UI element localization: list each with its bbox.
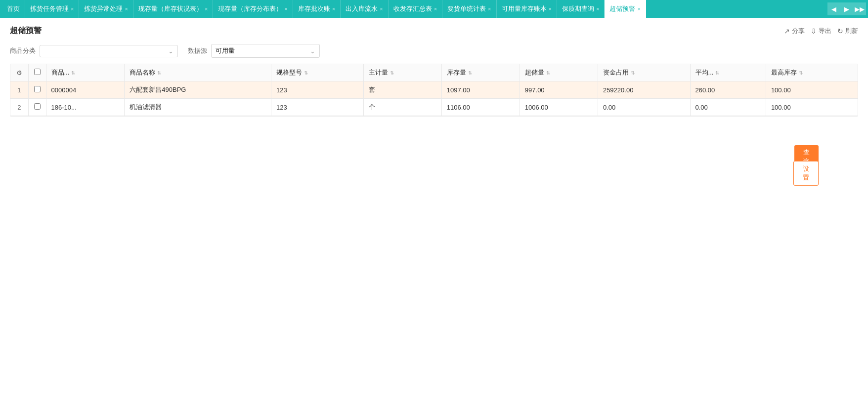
close-icon[interactable]: × <box>637 6 640 12</box>
nav-tab-available[interactable]: 可用量库存账本 × <box>497 0 557 18</box>
nav-more-button[interactable]: ▶▶ <box>853 2 866 15</box>
page-content: 超储预警 ↗ 分享 ⇩ 导出 ↻ 刷新 商品分类 ⌄ 数据源 <box>0 18 868 395</box>
nav-tab-summary[interactable]: 收发存汇总表 × <box>389 0 442 18</box>
nav-tab-expiry[interactable]: 保质期查询 × <box>557 0 605 18</box>
nav-tab-batch[interactable]: 库存批次账 × <box>293 0 341 18</box>
export-button[interactable]: ⇩ 导出 <box>811 27 831 36</box>
nav-tab-stock-status[interactable]: 现存量（库存状况表） × <box>133 0 213 18</box>
nav-tab-stock-dist[interactable]: 现存量（库存分布表） × <box>213 0 293 18</box>
product-code-cell: 186-10... <box>46 99 125 116</box>
capital-cell: 0.00 <box>598 99 690 116</box>
chevron-down-icon: ⌄ <box>168 47 174 55</box>
row-num-cell: 1 <box>10 81 28 99</box>
row-checkbox-cell <box>28 99 46 116</box>
set-button[interactable]: 设置 <box>793 161 819 186</box>
close-icon[interactable]: × <box>284 6 287 12</box>
th-product-code[interactable]: 商品... ⇅ <box>46 64 125 81</box>
th-max-stock[interactable]: 最高库存 ⇅ <box>766 64 858 81</box>
nav-prev-button[interactable]: ◀ <box>827 2 840 15</box>
close-icon[interactable]: × <box>125 6 128 12</box>
gear-icon[interactable]: ⚙ <box>16 69 22 77</box>
datasource-select[interactable]: 可用量 ⌄ <box>211 44 320 58</box>
category-select[interactable]: ⌄ <box>40 45 178 57</box>
refresh-icon: ↻ <box>837 27 843 35</box>
row-checkbox[interactable] <box>34 86 41 92</box>
avg-cell: 260.00 <box>690 81 766 99</box>
export-icon: ⇩ <box>811 27 817 35</box>
sort-icon: ⇅ <box>390 70 394 76</box>
sort-icon: ⇅ <box>157 70 161 76</box>
stock-cell: 1097.00 <box>441 81 520 99</box>
nav-tab-exception[interactable]: 拣货异常处理 × <box>79 0 133 18</box>
filter-row: 商品分类 ⌄ 数据源 可用量 ⌄ <box>10 44 858 58</box>
sort-icon: ⇅ <box>71 70 75 76</box>
th-avg[interactable]: 平均... ⇅ <box>690 64 766 81</box>
spec-cell: 123 <box>271 81 364 99</box>
row-checkbox[interactable] <box>34 103 41 110</box>
close-icon[interactable]: × <box>549 6 552 12</box>
product-name-cell: 六配套新昌490BPG <box>125 81 271 99</box>
product-code-cell: 0000004 <box>46 81 125 99</box>
table-row: 1 0000004 六配套新昌490BPG 123 套 1097.00 997.… <box>10 81 858 99</box>
over-stock-cell: 997.00 <box>520 81 598 99</box>
share-button[interactable]: ↗ 分享 <box>784 27 805 36</box>
close-icon[interactable]: × <box>205 6 208 12</box>
select-all-checkbox[interactable] <box>34 69 41 75</box>
capital-cell: 259220.00 <box>598 81 690 99</box>
th-product-name[interactable]: 商品名称 ⇅ <box>125 64 271 81</box>
header-actions: ↗ 分享 ⇩ 导出 ↻ 刷新 <box>784 27 858 36</box>
page-header: 超储预警 ↗ 分享 ⇩ 导出 ↻ 刷新 <box>10 26 858 36</box>
table-row: 2 186-10... 机油滤清器 123 个 1106.00 1006.00 … <box>10 99 858 116</box>
row-checkbox-cell <box>28 81 46 99</box>
sort-icon: ⇅ <box>631 70 635 76</box>
th-over-stock[interactable]: 超储量 ⇅ <box>520 64 598 81</box>
page-title: 超储预警 <box>10 26 42 36</box>
table-header-row: ⚙ 商品... ⇅ 商品名称 ⇅ <box>10 64 858 81</box>
th-capital[interactable]: 资金占用 ⇅ <box>598 64 690 81</box>
nav-tab-home[interactable]: 首页 <box>2 0 25 18</box>
unit-cell: 个 <box>363 99 441 116</box>
settings-column-header: ⚙ <box>10 64 28 81</box>
sort-icon: ⇅ <box>799 70 803 76</box>
avg-cell: 0.00 <box>690 99 766 116</box>
category-filter: 商品分类 ⌄ <box>10 45 178 57</box>
close-icon[interactable]: × <box>332 6 335 12</box>
share-icon: ↗ <box>784 27 790 35</box>
max-stock-cell: 100.00 <box>766 99 858 116</box>
chevron-down-icon: ⌄ <box>310 47 315 55</box>
unit-cell: 套 <box>363 81 441 99</box>
sort-icon: ⇅ <box>468 70 472 76</box>
close-icon[interactable]: × <box>71 6 74 12</box>
datasource-value: 可用量 <box>216 46 235 55</box>
th-unit[interactable]: 主计量 ⇅ <box>363 64 441 81</box>
nav-next-button[interactable]: ▶ <box>840 2 853 15</box>
checkbox-column-header <box>28 64 46 81</box>
spec-cell: 123 <box>271 99 364 116</box>
sort-icon: ⇅ <box>304 70 308 76</box>
stock-cell: 1106.00 <box>441 99 520 116</box>
close-icon[interactable]: × <box>380 6 383 12</box>
nav-tab-inout[interactable]: 出入库流水 × <box>341 0 388 18</box>
nav-tab-overstock[interactable]: 超储预警 × <box>605 0 646 18</box>
refresh-button[interactable]: ↻ 刷新 <box>837 27 858 36</box>
nav-tab-task[interactable]: 拣货任务管理 × <box>25 0 79 18</box>
close-icon[interactable]: × <box>488 6 491 12</box>
close-icon[interactable]: × <box>596 6 599 12</box>
th-stock[interactable]: 库存量 ⇅ <box>441 64 520 81</box>
datasource-filter: 数据源 可用量 ⌄ <box>188 44 320 58</box>
over-stock-cell: 1006.00 <box>520 99 598 116</box>
category-label: 商品分类 <box>10 46 36 55</box>
close-icon[interactable]: × <box>434 6 437 12</box>
data-table: ⚙ 商品... ⇅ 商品名称 ⇅ <box>10 64 858 117</box>
sort-icon: ⇅ <box>546 70 550 76</box>
top-navigation: 首页 拣货任务管理 × 拣货异常处理 × 现存量（库存状况表） × 现存量（库存… <box>0 0 868 18</box>
nav-arrows: ◀ ▶ ▶▶ <box>827 2 866 15</box>
max-stock-cell: 100.00 <box>766 81 858 99</box>
datasource-label: 数据源 <box>188 46 207 55</box>
nav-tab-requisition[interactable]: 要货单统计表 × <box>442 0 496 18</box>
sort-icon: ⇅ <box>715 70 719 76</box>
row-num-cell: 2 <box>10 99 28 116</box>
product-name-cell: 机油滤清器 <box>125 99 271 116</box>
th-spec[interactable]: 规格型号 ⇅ <box>271 64 364 81</box>
